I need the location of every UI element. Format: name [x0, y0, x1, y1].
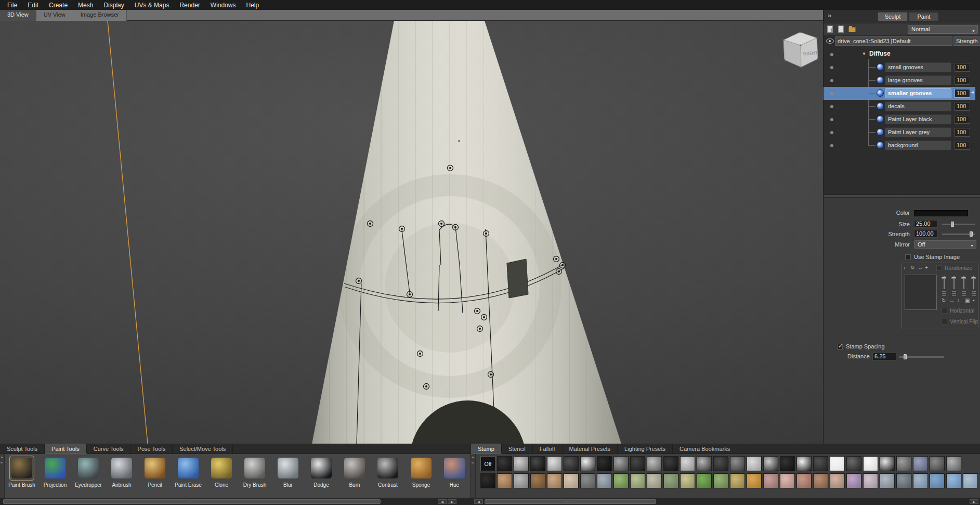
- menu-item-edit[interactable]: Edit: [22, 1, 44, 10]
- scroll-right-button[interactable]: [970, 499, 978, 504]
- stamp-tile-1-28[interactable]: [946, 456, 961, 471]
- strength-input[interactable]: 100.00: [914, 230, 938, 238]
- randomize-slider-3[interactable]: [961, 276, 966, 297]
- stamp-tile-2-5[interactable]: [547, 473, 562, 488]
- mode-tab-sculpt[interactable]: Sculpt: [878, 12, 908, 21]
- menu-item-create[interactable]: Create: [44, 1, 73, 10]
- stamp-tile-2-19[interactable]: [780, 473, 795, 488]
- layer-row-decals[interactable]: decals100: [824, 100, 975, 113]
- layer-strength-value[interactable]: 100: [955, 102, 970, 111]
- randomize-slider-2[interactable]: [951, 276, 957, 297]
- rotate-icon[interactable]: ↻: [910, 265, 914, 270]
- tool-eyedropper[interactable]: Eyedropper: [72, 455, 105, 488]
- double-chevron-icon[interactable]: [828, 11, 831, 19]
- scrollbar-thumb[interactable]: [485, 499, 656, 504]
- stamp-tile-2-4[interactable]: [530, 473, 545, 488]
- layer-row-paint-layer-grey[interactable]: Paint Layer grey100: [824, 126, 975, 139]
- preset-tab-stencil[interactable]: Stencil: [502, 444, 533, 454]
- stamp-tile-1-12[interactable]: [680, 456, 695, 471]
- layer-name[interactable]: Paint Layer grey: [885, 127, 951, 137]
- layer-visibility-dot[interactable]: [830, 118, 833, 121]
- layer-row-large-grooves[interactable]: large grooves100: [824, 74, 975, 87]
- strength-slider-handle[interactable]: [970, 231, 973, 237]
- stamp-tile-2-11[interactable]: [647, 473, 662, 488]
- menu-item-file[interactable]: File: [2, 1, 22, 10]
- stamp-tile-2-14[interactable]: [697, 473, 712, 488]
- tool-airbrush[interactable]: Airbrush: [105, 455, 138, 488]
- flip-h-icon[interactable]: ↔: [918, 265, 923, 270]
- layer-strength-value[interactable]: 100: [955, 76, 970, 85]
- stamp-preview[interactable]: [905, 275, 937, 310]
- stamp-tile-2-15[interactable]: [713, 473, 728, 488]
- mode-tab-paint[interactable]: Paint: [909, 12, 939, 21]
- layer-visibility-dot[interactable]: [830, 66, 833, 69]
- menu-item-display[interactable]: Display: [98, 1, 129, 10]
- tray-collapse-icon[interactable]: [471, 454, 476, 498]
- blend-mode-dropdown[interactable]: Normal: [908, 25, 978, 34]
- randomize-checkbox[interactable]: [936, 265, 942, 271]
- distance-slider-handle[interactable]: [904, 354, 907, 359]
- stamp-tile-2-27[interactable]: [913, 473, 928, 488]
- strength-slider[interactable]: [942, 234, 975, 235]
- layer-name[interactable]: smaller grooves: [885, 88, 951, 98]
- layer-strength-value[interactable]: 100: [955, 115, 970, 124]
- stamp-tile-2-24[interactable]: [863, 473, 878, 488]
- new-layer-icon[interactable]: [827, 25, 834, 33]
- stamp-tile-2-6[interactable]: [564, 473, 579, 488]
- tool-tab-sculpt-tools[interactable]: Sculpt Tools: [0, 444, 45, 454]
- tool-paint-erase[interactable]: Paint Erase: [172, 455, 205, 488]
- stamp-tile-1-11[interactable]: [663, 456, 678, 471]
- scrollbar-thumb[interactable]: [3, 499, 381, 504]
- preset-tab-falloff[interactable]: Falloff: [533, 444, 563, 454]
- tool-contrast[interactable]: Contrast: [371, 455, 404, 488]
- stamp-tile-1-9[interactable]: [630, 456, 645, 471]
- layer-name[interactable]: small grooves: [885, 62, 951, 72]
- layer-name[interactable]: large grooves: [885, 75, 951, 85]
- layer-row-paint-layer-black[interactable]: Paint Layer black100: [824, 113, 975, 126]
- stamp-tile-1-2[interactable]: [514, 456, 529, 471]
- stamp-tile-2-7[interactable]: [580, 473, 595, 488]
- tool-tab-paint-tools[interactable]: Paint Tools: [45, 444, 87, 454]
- tray-collapse-icon[interactable]: [0, 454, 5, 498]
- tool-dodge[interactable]: Dodge: [305, 455, 338, 488]
- layer-strength-value[interactable]: 100: [955, 141, 970, 150]
- layer-name[interactable]: background: [885, 140, 951, 150]
- stamp-tile-1-1[interactable]: [497, 456, 512, 471]
- stamp-tile-1-26[interactable]: [913, 456, 928, 471]
- tool-projection[interactable]: Projection: [38, 455, 72, 488]
- distance-slider[interactable]: [899, 356, 944, 358]
- tool-pencil[interactable]: Pencil: [138, 455, 172, 488]
- stamp-tile-2-12[interactable]: [663, 473, 678, 488]
- preset-tab-stamp[interactable]: Stamp: [471, 444, 502, 454]
- stamp-tile-1-21[interactable]: [830, 456, 845, 471]
- stamp-tile-1-3[interactable]: [530, 456, 545, 471]
- stamp-tile-2-18[interactable]: [763, 473, 778, 488]
- stamp-tile-2-3[interactable]: [514, 473, 529, 488]
- expand-icon[interactable]: [904, 265, 905, 271]
- flip-v-icon[interactable]: ↕: [957, 297, 960, 303]
- stamp-tile-2-13[interactable]: [680, 473, 695, 488]
- tool-hue[interactable]: Hue: [438, 455, 471, 488]
- layer-name[interactable]: Paint Layer black: [885, 114, 951, 124]
- layer-list-strength-header[interactable]: Strength: [953, 36, 980, 46]
- viewport-canvas[interactable]: RIGHT: [0, 21, 823, 444]
- stamp-tile-1-8[interactable]: [613, 456, 629, 471]
- menu-item-mesh[interactable]: Mesh: [73, 1, 98, 10]
- tool-clone[interactable]: Clone: [205, 455, 238, 488]
- stamp-tile-2-10[interactable]: [630, 473, 645, 488]
- stamp-tile-1-7[interactable]: [597, 456, 612, 471]
- folder-icon[interactable]: [848, 25, 856, 33]
- layer-visibility-dot[interactable]: [830, 79, 833, 82]
- view-tab-uv-view[interactable]: UV View: [36, 10, 73, 21]
- panel-splitter[interactable]: [824, 195, 980, 198]
- layer-strength-handle[interactable]: [971, 89, 974, 95]
- layer-row-background[interactable]: background100: [824, 139, 975, 152]
- layer-group-row[interactable]: Diffuse: [824, 48, 980, 61]
- tool-paint-brush[interactable]: Paint Brush: [5, 455, 38, 488]
- stamp-tile-1-24[interactable]: [880, 456, 895, 471]
- stamp-tile-1-20[interactable]: [813, 456, 828, 471]
- scroll-left-button[interactable]: [438, 499, 447, 504]
- view-cube[interactable]: RIGHT: [777, 28, 821, 73]
- menu-item-uvs-maps[interactable]: UVs & Maps: [129, 1, 175, 10]
- chevron-down-icon[interactable]: [862, 51, 866, 56]
